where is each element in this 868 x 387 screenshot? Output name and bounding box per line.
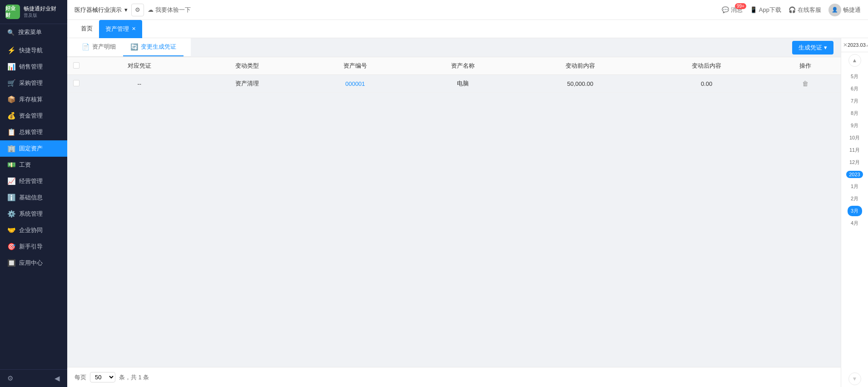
delete-icon[interactable]: 🗑 [802,80,808,87]
change-voucher-icon: 🔄 [130,43,138,50]
sub-tabs: 📄 资产明细 🔄 变更生成凭证 [67,38,191,57]
sidebar-item-finance[interactable]: 💰 资金管理 [0,108,67,124]
payroll-icon: 💵 [7,161,15,169]
sales-icon: 📊 [7,63,15,71]
header-voucher: 对应凭证 [85,57,193,75]
header-right: 💬 消息 99+ 📱 App下载 🎧 在线客服 👤 畅捷通 [722,4,861,16]
sidebar-item-ledger[interactable]: 📋 总账管理 [0,124,67,140]
sub-tab-asset-detail[interactable]: 📄 资产明细 [74,38,123,56]
timeline-month-9[interactable]: 9月 [841,119,868,132]
row-asset-name: 电脑 [409,75,517,93]
ledger-icon: 📋 [7,128,15,136]
table-wrapper: 对应凭证 变动类型 资产编号 资产名称 [67,57,841,367]
sidebar-item-system[interactable]: ⚙️ 系统管理 [0,206,67,222]
sidebar: 好业财 畅捷通好业财 普及版 🔍 搜索菜单 ⚡ 快捷导航 📊 销售管理 🛒 采购… [0,0,67,387]
sidebar-item-basic-info[interactable]: ℹ️ 基础信息 [0,189,67,206]
sidebar-bottom: ⚙ ◀ [0,369,67,387]
timeline-month-10[interactable]: 10月 [841,132,868,144]
timeline-month-7[interactable]: 7月 [841,95,868,107]
generate-voucher-button[interactable]: 生成凭证 ▾ [792,41,833,55]
sidebar-item-cooperation[interactable]: 🤝 企业协同 [0,222,67,238]
timeline-month-8[interactable]: 8月 [841,107,868,119]
operations-icon: 📈 [7,177,15,185]
timeline-close-icon[interactable]: ✕ [843,42,848,48]
collapse-icon[interactable]: ◀ [55,374,60,382]
timeline-scroll-down[interactable]: ▼ [848,372,861,385]
sidebar-item-payroll[interactable]: 💵 工资 [0,157,67,173]
table-row: -- 资产清理 000001 电脑 [67,75,841,93]
app-download-action[interactable]: 📱 App下载 [750,6,781,14]
tab-home[interactable]: 首页 [74,20,99,38]
timeline-month-3-active[interactable]: 3月 [848,206,862,216]
sidebar-item-operations[interactable]: 📈 经营管理 [0,173,67,189]
timeline-month-4[interactable]: 4月 [841,217,868,229]
sub-tab-change-voucher[interactable]: 🔄 变更生成凭证 [123,38,184,56]
row-operation: 🗑 [770,75,841,93]
basic-info-icon: ℹ️ [7,194,15,202]
timeline-header: ✕ 2023.03 ⤢ [841,38,868,52]
row-after-change: 0.00 [643,75,769,93]
finance-icon: 💰 [7,112,15,120]
chevron-down-icon: ▾ [824,44,827,51]
header-checkbox[interactable] [73,62,79,69]
sidebar-item-fixed-assets[interactable]: 🏢 固定资产 [0,140,67,157]
messages-action[interactable]: 💬 消息 99+ [722,6,743,14]
row-voucher: -- [85,75,193,93]
timeline-month-5[interactable]: 5月 [841,70,868,83]
row-asset-code[interactable]: 000001 [301,75,409,93]
main-content: 📄 资产明细 🔄 变更生成凭证 生成凭证 ▾ [67,38,841,387]
timeline-month-2[interactable]: 2月 [841,193,868,205]
timeline-month-6[interactable]: 6月 [841,83,868,95]
sidebar-item-app-center[interactable]: 🔲 应用中心 [0,255,67,271]
quick-nav-icon: ⚡ [7,46,15,55]
sidebar-search[interactable]: 🔍 搜索菜单 [0,24,67,40]
header-before-change: 变动前内容 [517,57,643,75]
sidebar-item-sales[interactable]: 📊 销售管理 [0,59,67,75]
message-badge: 99+ [735,3,746,9]
settings-bottom-icon[interactable]: ⚙ [7,374,13,382]
fixed-assets-icon: 🏢 [7,144,15,153]
header-operation: 操作 [770,57,841,75]
asset-detail-icon: 📄 [82,43,89,50]
timeline-year-badge[interactable]: 2023 [846,171,863,178]
content-wrapper: 📄 资产明细 🔄 变更生成凭证 生成凭证 ▾ [67,38,868,387]
header-asset-name: 资产名称 [409,57,517,75]
phone-icon: 📱 [750,6,757,13]
page-size-select[interactable]: 50 10 20 100 [90,372,115,382]
timeline-month-11[interactable]: 11月 [841,144,868,156]
tab-asset-management[interactable]: 资产管理 ✕ [99,20,142,38]
header-asset-code: 资产编号 [301,57,409,75]
purchase-icon: 🛒 [7,79,15,87]
row-checkbox[interactable] [73,80,79,86]
timeline-year-current: 2023.03 [848,42,866,48]
timeline-expand-icon[interactable]: ⤢ [866,42,868,48]
row-before-change: 50,000.00 [517,75,643,93]
sidebar-item-purchase[interactable]: 🛒 采购管理 [0,75,67,91]
avatar: 👤 [828,4,841,16]
timeline-panel: ✕ 2023.03 ⤢ ▲ 5月 6月 7月 8月 9月 10月 11月 12月… [841,38,868,387]
timeline-scroll-up[interactable]: ▲ [848,54,861,67]
experience-icon: ☁ [148,6,154,13]
table-header-row: 对应凭证 变动类型 资产编号 资产名称 [67,57,841,75]
timeline-year-badge-wrapper: 2023 [841,169,868,180]
sub-tabs-row: 📄 资产明细 🔄 变更生成凭证 生成凭证 ▾ [67,38,841,57]
header-settings-icon[interactable]: ⚙ [131,4,144,16]
sidebar-logo: 好业财 畅捷通好业财 普及版 [0,0,67,24]
headset-icon: 🎧 [789,6,796,13]
user-action[interactable]: 👤 畅捷通 [828,4,861,16]
timeline-month-1[interactable]: 1月 [841,180,868,193]
company-name: 医疗器械行业演示 [74,6,122,14]
timeline-month-12[interactable]: 12月 [841,156,868,169]
sidebar-item-quick-nav[interactable]: ⚡ 快捷导航 [0,42,67,59]
row-change-type: 资产清理 [193,75,302,93]
header-after-change: 变动后内容 [643,57,769,75]
sidebar-item-inventory[interactable]: 📦 库存核算 [0,91,67,108]
pagination: 每页 50 10 20 100 条，共 1 条 [67,367,841,387]
tab-close-icon[interactable]: ✕ [132,26,136,32]
customer-service-action[interactable]: 🎧 在线客服 [789,6,821,14]
experience-button[interactable]: ☁ 我要体验一下 [148,6,191,14]
company-selector[interactable]: 医疗器械行业演示 ▾ [74,6,128,14]
sidebar-nav: ⚡ 快捷导航 📊 销售管理 🛒 采购管理 📦 库存核算 💰 资金管理 📋 总账管… [0,40,67,369]
message-icon: 💬 [722,6,729,13]
sidebar-item-guide[interactable]: 🎯 新手引导 [0,238,67,255]
